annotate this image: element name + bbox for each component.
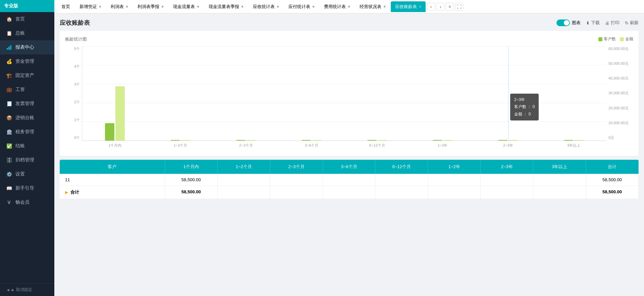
svg-rect-1 bbox=[8, 47, 10, 50]
tab-receivable-stat-label: 应收统计表 bbox=[253, 4, 275, 10]
sidebar-toggle-pin[interactable]: ◄◄ 取消固定 bbox=[0, 283, 54, 296]
sidebar-item-tax-label: 税务管理 bbox=[15, 129, 34, 135]
y-label-1: 1个 bbox=[74, 117, 80, 122]
tab-payable-stat[interactable]: 应付统计表 × bbox=[284, 1, 319, 12]
home-icon: 🏠 bbox=[6, 16, 12, 22]
tab-aging[interactable]: 应收账龄表 × bbox=[391, 1, 426, 12]
tab-receivable-stat[interactable]: 应收统计表 × bbox=[249, 1, 283, 12]
tab-cashflow-quarter[interactable]: 现金流量表季报 × bbox=[204, 1, 248, 12]
sidebar-item-reports[interactable]: 报表中心 bbox=[0, 40, 54, 54]
app-logo: 专业版 bbox=[0, 0, 54, 12]
total-label-text: 合计 bbox=[70, 190, 79, 195]
tab-next-button[interactable]: › bbox=[436, 3, 444, 11]
download-button[interactable]: ⬇ 下载 bbox=[586, 20, 600, 26]
sidebar-footer-label: 取消固定 bbox=[16, 287, 32, 293]
bar-wrapper-year1-2 bbox=[433, 140, 452, 141]
print-button[interactable]: 🖨 打印 bbox=[605, 20, 620, 26]
tab-voucher[interactable]: 新增凭证 × bbox=[75, 1, 106, 12]
bar-label-month1-2: 1~2个月 bbox=[174, 143, 187, 148]
bar-customer-year3plus bbox=[564, 140, 573, 141]
tab-voucher-close[interactable]: × bbox=[99, 4, 101, 9]
sidebar-item-ledger[interactable]: 📋 总账 bbox=[0, 26, 54, 40]
td-year3plus-val bbox=[533, 174, 586, 186]
sidebar-item-tax[interactable]: 🏛️ 税务管理 bbox=[0, 125, 54, 139]
bars-area: 1个月内 1~2个月 bbox=[82, 46, 606, 141]
tooltip-amount-value: 0 bbox=[529, 112, 531, 116]
sidebar-item-archive[interactable]: 🗄️ 归档管理 bbox=[0, 153, 54, 167]
sidebar-item-invoice-label: 发票管理 bbox=[15, 101, 34, 107]
sidebar-item-guide[interactable]: 📖 新手引导 bbox=[0, 181, 54, 195]
tab-receivable-stat-close[interactable]: × bbox=[277, 4, 279, 9]
reports-icon bbox=[6, 44, 12, 50]
tab-prev-button[interactable]: ‹ bbox=[427, 3, 435, 11]
chart-toggle-label: 图表 bbox=[572, 20, 581, 26]
y-label-4: 4个 bbox=[74, 64, 80, 69]
sidebar-item-salary[interactable]: 💼 工资 bbox=[0, 83, 54, 97]
y-label-0: 0个 bbox=[74, 135, 80, 140]
tab-cashflow[interactable]: 现金流量表 × bbox=[169, 1, 204, 12]
legend-amount-label: 金额 bbox=[625, 36, 633, 42]
legend-amount-dot bbox=[620, 37, 624, 41]
archive-icon: 🗄️ bbox=[6, 157, 12, 163]
tab-cashflow-quarter-label: 现金流量表季报 bbox=[209, 4, 239, 10]
sidebar-item-settings[interactable]: ⚙️ 设置 bbox=[0, 167, 54, 181]
tooltip-line bbox=[508, 46, 508, 141]
y-right-label-10000: 10,000.00元 bbox=[608, 120, 629, 126]
tab-payable-stat-label: 应付统计表 bbox=[288, 4, 310, 10]
td-customer-name: 11 bbox=[60, 174, 165, 186]
td-month1-2-val bbox=[218, 174, 270, 186]
y-right-label-30000: 30,000.00元 bbox=[608, 91, 629, 96]
tab-expense-stat[interactable]: 费用统计表 × bbox=[320, 1, 355, 12]
sidebar-item-assets[interactable]: 🏗️ 固定资产 bbox=[0, 68, 54, 83]
tab-aging-label: 应收账龄表 bbox=[395, 4, 417, 10]
tooltip-colon-customer: ： bbox=[527, 104, 531, 109]
tab-aging-close[interactable]: × bbox=[419, 4, 421, 9]
funds-icon: 💰 bbox=[6, 58, 12, 64]
download-icon: ⬇ bbox=[586, 20, 590, 26]
header-actions: 图表 ⬇ 下载 🖨 打印 ↻ 刷新 bbox=[556, 19, 639, 26]
tab-cashflow-quarter-close[interactable]: × bbox=[241, 4, 244, 9]
sidebar-item-invoice[interactable]: 🧾 发票管理 bbox=[0, 97, 54, 111]
tab-home[interactable]: 首页 bbox=[57, 1, 74, 12]
sidebar-item-checkout[interactable]: ✅ 结账 bbox=[0, 139, 54, 153]
legend-customer-dot bbox=[598, 37, 602, 41]
sidebar-item-home[interactable]: 🏠 首页 bbox=[0, 12, 54, 26]
bar-group-month2-3: 2~3个月 bbox=[213, 46, 279, 141]
main-area: 首页 新增凭证 × 利润表 × 利润表季报 × 现金流量表 × 现金流量表季报 … bbox=[54, 0, 644, 296]
td-total-month6-12 bbox=[375, 186, 428, 199]
tab-profit[interactable]: 利润表 × bbox=[106, 1, 132, 12]
tab-expand-button[interactable]: ⛶ bbox=[455, 3, 463, 11]
table-row: 11 58,500.00 58,500.00 bbox=[60, 174, 639, 186]
y-label-5: 5个 bbox=[74, 46, 80, 51]
tab-home-label: 首页 bbox=[61, 4, 70, 10]
bar-label-month1: 1个月内 bbox=[108, 143, 121, 148]
tooltip-amount-row: 金额 ： 0 bbox=[514, 111, 535, 118]
tab-close-all-button[interactable]: × bbox=[446, 3, 454, 11]
tab-profit-close[interactable]: × bbox=[126, 4, 128, 9]
tooltip-amount-label: 金额 bbox=[514, 112, 522, 116]
sidebar-item-funds[interactable]: 💰 资金管理 bbox=[0, 54, 54, 68]
sidebar-item-member-label: 畅会员 bbox=[15, 199, 30, 205]
bar-group-year3plus: 3年以上 bbox=[541, 46, 606, 141]
bar-wrapper-month6-12 bbox=[367, 140, 387, 141]
print-icon: 🖨 bbox=[605, 20, 609, 26]
tab-profit-quarter[interactable]: 利润表季报 × bbox=[133, 1, 168, 12]
tab-operation[interactable]: 经营状况表 × bbox=[355, 1, 390, 12]
tooltip-customer-value: 0 bbox=[533, 104, 535, 109]
chart-toggle[interactable] bbox=[556, 19, 570, 26]
tab-profit-quarter-close[interactable]: × bbox=[161, 4, 164, 9]
refresh-button[interactable]: ↻ 刷新 bbox=[625, 20, 639, 26]
tab-expense-stat-close[interactable]: × bbox=[348, 4, 350, 9]
tab-payable-stat-close[interactable]: × bbox=[312, 4, 315, 9]
bar-group-year1-2: 1~2年 bbox=[410, 46, 475, 141]
tab-cashflow-close[interactable]: × bbox=[197, 4, 199, 9]
sidebar-item-sales[interactable]: 📦 进销台账 bbox=[0, 111, 54, 125]
chart-area: 5个 4个 3个 2个 1个 0个 60,000.00元 50,000.00元 … bbox=[65, 46, 633, 150]
y-right-label-50000: 50,000.00元 bbox=[608, 61, 629, 66]
th-month6-12: 6~12个月 bbox=[375, 160, 428, 174]
settings-icon: ⚙️ bbox=[6, 171, 12, 177]
tab-profit-label: 利润表 bbox=[111, 4, 124, 10]
sidebar-item-member[interactable]: V 畅会员 bbox=[0, 195, 54, 209]
tab-operation-close[interactable]: × bbox=[383, 4, 386, 9]
bar-group-month3-6: 3~6个月 bbox=[279, 46, 344, 141]
